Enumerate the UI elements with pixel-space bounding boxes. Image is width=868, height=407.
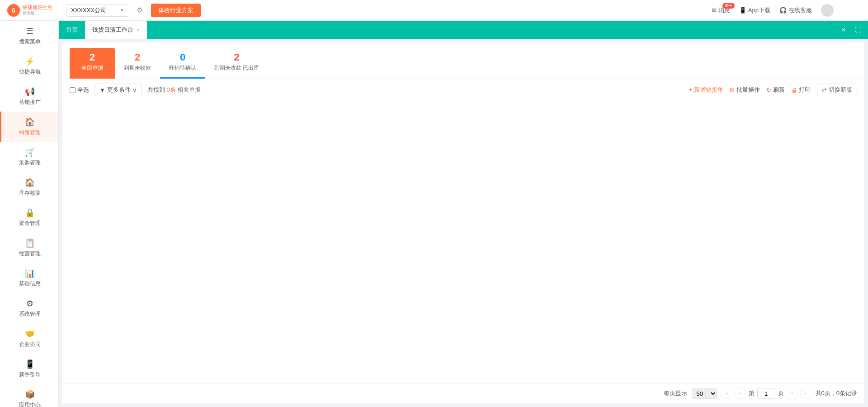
avatar[interactable] xyxy=(821,4,834,17)
logo-text: 畅捷通好生意 xyxy=(23,4,52,10)
sidebar: ☰ 搜索菜单 ⚡ 快捷导航 📢 营销推广 🏠 销售管理 🛒 采购管理 🏠 库存核… xyxy=(0,21,59,407)
app-download-label: App下载 xyxy=(748,6,770,14)
inventory-icon: 🏠 xyxy=(25,178,35,187)
sidebar-item-label: 企业协同 xyxy=(19,341,41,348)
sidebar-item-app-center[interactable]: 📦 应用中心 xyxy=(0,384,58,407)
sidebar-item-label: 营销推广 xyxy=(19,98,41,106)
result-suffix: 相关单据 xyxy=(177,86,201,93)
stat-label-overdue: 到期未收款 xyxy=(124,64,151,72)
app-download-action[interactable]: 📱 App下载 xyxy=(739,6,770,14)
sidebar-item-purchase[interactable]: 🛒 采购管理 xyxy=(0,142,58,172)
app-center-icon: 📦 xyxy=(25,389,35,399)
page-number-input[interactable] xyxy=(757,388,775,399)
first-page-button[interactable]: « xyxy=(722,388,732,399)
stat-tab-wangpu[interactable]: 0 旺辅待确认 xyxy=(160,48,205,79)
result-prefix: 共找到 xyxy=(147,86,165,93)
prev-page-button[interactable]: < xyxy=(735,388,746,399)
tab-close-btn[interactable]: ✕ xyxy=(838,24,849,35)
stat-number-shipped: 2 xyxy=(234,51,240,63)
sidebar-item-quick-nav[interactable]: ⚡ 快捷导航 xyxy=(0,51,58,81)
stat-tab-shipped[interactable]: 2 到期未收款 已出库 xyxy=(205,48,268,79)
top-header: 6 畅捷通好生意 标准版 XXXXXX公司 ▼ ⚙ 体验行业方案 ✉ 消息 99… xyxy=(0,0,868,21)
refresh-label: 刷新 xyxy=(773,86,785,94)
batch-icon: ⊞ xyxy=(730,87,735,94)
trial-button[interactable]: 体验行业方案 xyxy=(151,4,201,17)
filter-button[interactable]: ▼ 更多条件 ∨ xyxy=(94,84,142,96)
tab-close-icon[interactable]: × xyxy=(137,27,140,33)
header-right: ✉ 消息 99+ 📱 App下载 🎧 在线客服 xyxy=(712,4,861,17)
stats-tabs: 2 全部单据 2 到期未收款 0 旺辅待确认 2 到期未收款 已出库 xyxy=(62,42,864,79)
switch-label: 切换新版 xyxy=(829,86,852,94)
company-selector[interactable]: XXXXXX公司 ▼ xyxy=(66,4,129,17)
tab-workbench[interactable]: 钱货日清工作台 × xyxy=(85,21,147,39)
enterprise-icon: 🤝 xyxy=(25,329,35,339)
stat-tab-overdue[interactable]: 2 到期未收款 xyxy=(115,48,160,79)
page-size-label: 每页显示 xyxy=(664,389,687,398)
next-page-button[interactable]: > xyxy=(787,388,797,399)
print-button[interactable]: 🖨 打印 xyxy=(791,86,811,94)
stat-label-wangpu: 旺辅待确认 xyxy=(169,64,196,72)
app-download-icon: 📱 xyxy=(739,7,746,14)
tab-home[interactable]: 首页 xyxy=(59,21,85,39)
tab-bar: 首页 钱货日清工作台 × ✕ ⛶ xyxy=(59,21,868,39)
stat-tab-all[interactable]: 2 全部单据 xyxy=(70,48,115,79)
page-label: 第 xyxy=(749,389,755,398)
online-service-action[interactable]: 🎧 在线客服 xyxy=(779,6,812,14)
refresh-button[interactable]: ↻ 刷新 xyxy=(766,86,785,94)
message-action[interactable]: ✉ 消息 99+ xyxy=(712,6,730,14)
checkbox-input[interactable] xyxy=(70,87,75,93)
table-area xyxy=(62,101,864,383)
select-all-checkbox[interactable]: 全选 xyxy=(70,86,89,94)
page-content: 2 全部单据 2 到期未收款 0 旺辅待确认 2 到期未收款 已出库 xyxy=(62,42,864,403)
finance-icon: 🔒 xyxy=(25,208,35,218)
online-service-label: 在线客服 xyxy=(788,6,812,14)
sidebar-item-label: 经营管理 xyxy=(19,250,41,257)
select-all-label: 全选 xyxy=(77,86,89,94)
system-icon: ⚙ xyxy=(26,299,33,309)
sidebar-item-operations[interactable]: 📋 经营管理 xyxy=(0,233,58,263)
quick-nav-icon: ⚡ xyxy=(25,56,35,66)
result-text: 共找到 0条 相关单据 xyxy=(147,86,201,94)
last-page-button[interactable]: » xyxy=(800,388,811,399)
batch-operation-button[interactable]: ⊞ 批量操作 xyxy=(730,86,760,94)
operations-icon: 📋 xyxy=(25,238,35,248)
sidebar-item-label: 库存核算 xyxy=(19,189,41,197)
sidebar-item-base-info[interactable]: 📊 基础信息 xyxy=(0,263,58,293)
stat-number-wangpu: 0 xyxy=(180,51,185,63)
switch-version-button[interactable]: ⇄ 切换新版 xyxy=(817,84,857,96)
stat-number-all: 2 xyxy=(90,51,95,63)
page-suffix: 页 xyxy=(778,389,784,398)
settings-icon[interactable]: ⚙ xyxy=(133,4,146,17)
base-info-icon: 📊 xyxy=(25,268,35,278)
toolbar-right: + 新增销货单 ⊞ 批量操作 ↻ 刷新 🖨 打印 ⇄ xyxy=(689,84,857,96)
sidebar-item-label: 快捷导航 xyxy=(19,68,41,76)
sidebar-item-sales[interactable]: 🏠 销售管理 xyxy=(0,112,58,142)
add-sales-label: + 新增销货单 xyxy=(689,86,723,94)
refresh-icon: ↻ xyxy=(766,87,771,94)
print-label: 打印 xyxy=(799,86,811,94)
logo-icon: 6 xyxy=(7,4,20,17)
sidebar-item-guide[interactable]: 📱 新手引导 xyxy=(0,354,58,384)
sidebar-item-label: 应用中心 xyxy=(19,401,41,407)
batch-label: 批量操作 xyxy=(736,86,760,94)
message-badge: 99+ xyxy=(722,3,735,9)
online-service-icon: 🎧 xyxy=(779,7,787,14)
sidebar-item-system[interactable]: ⚙ 系统管理 xyxy=(0,293,58,323)
tab-expand-btn[interactable]: ⛶ xyxy=(853,24,863,35)
search-menu-icon: ☰ xyxy=(26,26,33,36)
sidebar-item-label: 采购管理 xyxy=(19,159,41,167)
sidebar-item-finance[interactable]: 🔒 资金管理 xyxy=(0,202,58,233)
sidebar-item-search[interactable]: ☰ 搜索菜单 xyxy=(0,21,58,51)
sidebar-item-inventory[interactable]: 🏠 库存核算 xyxy=(0,172,58,202)
print-icon: 🖨 xyxy=(791,87,797,94)
stat-label-all: 全部单据 xyxy=(81,64,103,72)
page-size-select[interactable]: 50 100 200 xyxy=(692,388,717,399)
tab-workbench-label: 钱货日清工作台 xyxy=(92,26,133,34)
stat-label-shipped: 到期未收款 已出库 xyxy=(214,64,259,72)
sidebar-item-marketing[interactable]: 📢 营销推广 xyxy=(0,81,58,112)
avatar-name[interactable] xyxy=(843,4,861,17)
sidebar-item-enterprise[interactable]: 🤝 企业协同 xyxy=(0,323,58,354)
filter-icon: ▼ xyxy=(99,87,105,94)
add-sales-button[interactable]: + 新增销货单 xyxy=(689,86,723,94)
sidebar-item-label: 销售管理 xyxy=(19,129,41,136)
